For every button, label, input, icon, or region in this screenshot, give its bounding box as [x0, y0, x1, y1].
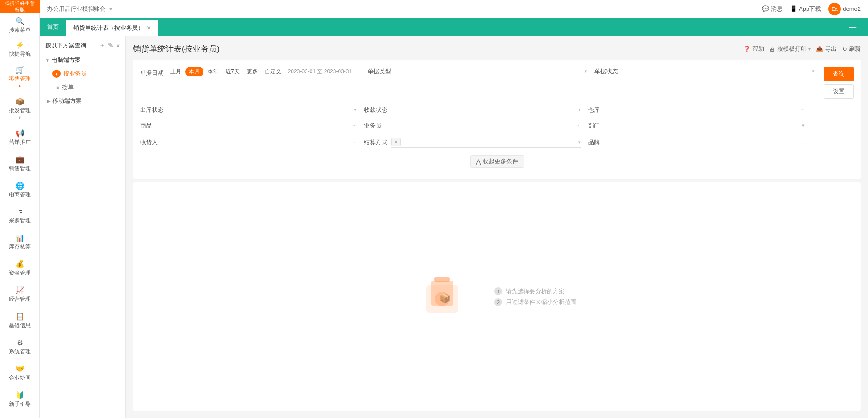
date-btn-this-month[interactable]: 本月: [185, 67, 203, 76]
salesman-select[interactable]: ···: [391, 121, 580, 130]
salesman-dots: ···: [576, 122, 581, 128]
corp-icon: 🤝: [15, 365, 24, 373]
topbar-message-btn[interactable]: 💬 消息: [762, 5, 783, 13]
refresh-icon: ↻: [842, 46, 847, 52]
date-btn-7days[interactable]: 近7天: [222, 67, 243, 76]
purchase-icon: 🛍: [16, 208, 24, 216]
empty-svg: 📦: [417, 272, 467, 322]
topbar: 办公用品行业模拟账套 ▾ 💬 消息 📱 App下载 Ea demo2: [40, 0, 868, 18]
query-button[interactable]: 查询: [824, 67, 854, 81]
topbar-app-download-btn[interactable]: 📱 App下载: [790, 5, 821, 13]
date-btn-more[interactable]: 更多: [244, 67, 261, 76]
system-icon: ⚙: [17, 338, 23, 347]
receiver-input[interactable]: ···: [167, 137, 357, 147]
basic-icon: 📋: [15, 312, 24, 321]
plan-group-desktop-title[interactable]: ▼ 电脑端方案: [40, 53, 125, 67]
sidebar-item-system[interactable]: ⚙ 系统管理: [0, 334, 39, 360]
doc-type-arrow-icon: ▾: [585, 68, 587, 74]
tab-home-label: 首页: [47, 23, 59, 31]
sidebar-item-marketing[interactable]: 📢 营销推广: [0, 124, 39, 151]
sidebar-item-newbie-label: 新手引导: [9, 400, 31, 408]
date-btn-custom[interactable]: 自定义: [262, 67, 284, 76]
plan-group-mobile[interactable]: ▶ 移动端方案: [40, 94, 125, 108]
receiver-text-input[interactable]: [167, 138, 352, 145]
wholesale-icon: 📦: [15, 97, 24, 106]
sidebar-search-label: 搜索菜单: [0, 26, 39, 34]
collapse-btn[interactable]: ⋀ 收起更多条件: [470, 155, 524, 168]
sidebar-item-basic-label: 基础信息: [9, 322, 31, 329]
empty-illustration: 📦: [417, 272, 467, 322]
export-btn[interactable]: 📤 导出: [816, 45, 837, 53]
doc-type-select[interactable]: ▾: [395, 67, 588, 76]
sidebar-search[interactable]: 🔍 搜索菜单: [0, 13, 39, 38]
tab-maximize-icon[interactable]: □: [860, 23, 864, 31]
help-btn[interactable]: ❓ 帮助: [743, 45, 764, 53]
pay-status-select[interactable]: ▾: [391, 105, 580, 114]
pay-status-arrow-icon: ▾: [578, 107, 581, 113]
sidebar-item-finance-label: 资金管理: [9, 269, 31, 277]
sidebar-item-finance[interactable]: 💰 资金管理: [0, 255, 39, 281]
topbar-user-btn[interactable]: Ea demo2: [828, 3, 861, 15]
left-panel: 按以下方案查询 ＋ ✎ « ▼ 电脑端方案 ● 按业务员 ≡: [40, 36, 126, 418]
sidebar-item-wholesale[interactable]: 📦 批发管理 ▼: [0, 93, 39, 124]
sidebar-item-marketing-label: 营销推广: [9, 138, 31, 146]
collapse-row: ⋀ 收起更多条件: [140, 152, 854, 171]
right-panel: 销货单统计表(按业务员) ❓ 帮助 🖨 按模板打印 ▾ 📤 导出: [126, 36, 868, 418]
add-plan-icon[interactable]: ＋: [99, 42, 105, 50]
tab-sales-stats[interactable]: 销货单统计表（按业务员） ✕: [66, 20, 158, 36]
content: 按以下方案查询 ＋ ✎ « ▼ 电脑端方案 ● 按业务员 ≡: [40, 36, 868, 418]
message-label: 消息: [771, 5, 783, 13]
warehouse-dots: ···: [800, 106, 805, 113]
left-panel-title: 按以下方案查询: [45, 42, 86, 50]
sidebar-item-sales[interactable]: 💼 销售管理: [0, 151, 39, 177]
tab-close-icon[interactable]: ✕: [146, 25, 151, 31]
edit-plan-icon[interactable]: ✎: [108, 42, 113, 50]
plan-by-order-label: 按单: [62, 83, 74, 91]
empty-state: 📦 1 请先选择要分析的方案 2 用过滤条件来缩小分析范围: [133, 182, 861, 411]
refresh-btn[interactable]: ↻ 刷新: [842, 45, 861, 53]
sidebar-item-purchase[interactable]: 🛍 采购管理: [0, 203, 39, 229]
sidebar-item-inventory[interactable]: 📊 库存核算: [0, 229, 39, 255]
sidebar-item-retail[interactable]: 🛒 零售管理 ▲: [0, 61, 39, 93]
date-btn-last-month[interactable]: 上月: [167, 67, 184, 76]
tab-minimize-icon[interactable]: —: [849, 23, 856, 31]
date-btn-this-year[interactable]: 本年: [204, 67, 222, 76]
empty-steps: 1 请先选择要分析的方案 2 用过滤条件来缩小分析范围: [494, 287, 576, 306]
sidebar-item-ecom[interactable]: 🌐 电商管理: [0, 177, 39, 203]
sidebar-item-apps[interactable]: ⬛ 应用中心: [0, 413, 39, 418]
avatar: Ea: [828, 3, 841, 15]
receiver-label: 收货人: [140, 138, 167, 147]
step-2-num: 2: [494, 298, 502, 306]
sidebar-item-corp[interactable]: 🤝 企业协同: [0, 360, 39, 386]
svg-text:📦: 📦: [439, 293, 451, 304]
goods-dots: ···: [352, 122, 357, 128]
print-btn[interactable]: 🖨 按模板打印 ▾: [769, 45, 811, 53]
tab-home[interactable]: 首页: [40, 18, 66, 36]
dept-select[interactable]: ▾: [615, 121, 805, 130]
sidebar-nav[interactable]: ⚡ 快捷导航: [0, 38, 39, 61]
retail-icon: 🛒: [15, 66, 24, 74]
warehouse-select[interactable]: ···: [615, 105, 805, 114]
dept-arrow-icon: ▾: [802, 123, 805, 128]
sidebar-item-newbie[interactable]: 🔰 新手引导: [0, 386, 39, 413]
plan-item-by-salesman[interactable]: ● 按业务员: [40, 67, 125, 81]
left-panel-header-actions: ＋ ✎ «: [99, 42, 120, 50]
brand-select[interactable]: ···: [615, 138, 805, 147]
warehouse-label: 仓库: [588, 106, 615, 114]
collapse-panel-icon[interactable]: «: [116, 42, 120, 50]
export-icon: 📤: [816, 46, 823, 52]
topbar-account-arrow[interactable]: ▾: [109, 5, 113, 12]
goods-select[interactable]: ···: [167, 121, 357, 130]
plan-item-by-order[interactable]: ≡ 按单: [40, 81, 125, 94]
avatar-text: Ea: [832, 6, 838, 12]
out-status-select[interactable]: ▾: [167, 105, 357, 114]
doc-status-select[interactable]: ▾: [622, 67, 815, 76]
settle-tag-close-icon[interactable]: ×: [394, 139, 397, 145]
setting-button[interactable]: 设置: [824, 84, 854, 99]
sidebar-item-ecom-label: 电商管理: [9, 191, 31, 199]
settle-select[interactable]: × ▾: [391, 137, 580, 148]
phone-icon: 📱: [790, 5, 797, 12]
sidebar-item-system-label: 系统管理: [9, 348, 31, 356]
sidebar-item-ops[interactable]: 📈 经营管理: [0, 281, 39, 308]
sidebar-item-basic[interactable]: 📋 基础信息: [0, 308, 39, 334]
